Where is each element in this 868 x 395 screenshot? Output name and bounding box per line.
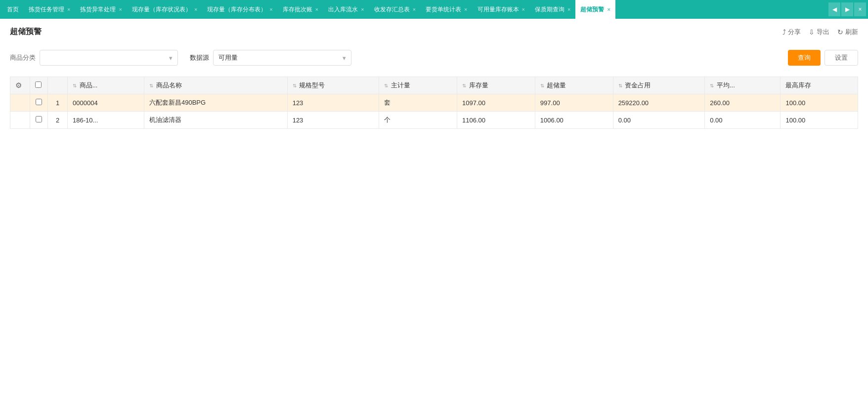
share-button[interactable]: ⤴ 分享 <box>782 28 801 37</box>
share-icon: ⤴ <box>782 28 786 36</box>
close-icon[interactable]: × <box>194 6 197 12</box>
th-settings: ⚙ <box>10 77 30 94</box>
row-overstock: 997.00 <box>535 94 613 112</box>
row-unit: 个 <box>379 112 457 129</box>
nav-close-button[interactable]: × <box>854 2 866 16</box>
sort-icon: ⇅ <box>462 83 466 88</box>
th-product-code[interactable]: ⇅ 商品... <box>68 77 144 94</box>
category-filter: 商品分类 ▾ <box>10 50 178 66</box>
tab-abnormal[interactable]: 拣货异常处理 × <box>75 0 127 19</box>
row-settings-cell <box>10 94 30 112</box>
th-avg[interactable]: ⇅ 平均... <box>705 77 781 94</box>
th-stock[interactable]: ⇅ 库存量 <box>457 77 535 94</box>
filter-actions: 查询 设置 <box>788 50 858 66</box>
row-product-code: 186-10... <box>68 112 144 129</box>
select-all-checkbox[interactable] <box>35 81 42 88</box>
row-checkbox[interactable] <box>36 116 42 122</box>
th-max-stock[interactable]: 最高库存 <box>781 77 858 94</box>
tab-inout-flow[interactable]: 出入库流水 × <box>323 0 369 19</box>
category-label: 商品分类 <box>10 53 36 62</box>
export-button[interactable]: ⇩ 导出 <box>809 28 829 37</box>
sort-icon: ⇅ <box>618 83 622 88</box>
sort-icon: ⇅ <box>73 83 77 88</box>
table-header-row: ⚙ ⇅ 商品... ⇅ 商品名称 ⇅ 规格型号 <box>10 77 858 94</box>
nav-left-button[interactable]: ◀ <box>828 2 840 16</box>
export-icon: ⇩ <box>809 28 815 36</box>
sort-icon: ⇅ <box>149 83 153 88</box>
table-row[interactable]: 1 0000004 六配套新昌490BPG 123 套 1097.00 997.… <box>10 94 858 112</box>
row-avg: 260.00 <box>705 94 781 112</box>
page-content: 超储预警 ⤴ 分享 ⇩ 导出 ↻ 刷新 商品分类 ▾ 数据源 <box>0 19 868 395</box>
row-product-name: 六配套新昌490BPG <box>144 94 288 112</box>
chevron-down-icon: ▾ <box>169 54 173 62</box>
row-max-stock: 100.00 <box>781 94 858 112</box>
close-icon[interactable]: × <box>567 6 570 12</box>
sort-icon: ⇅ <box>384 83 388 88</box>
th-capital[interactable]: ⇅ 资金占用 <box>613 77 705 94</box>
row-stock: 1106.00 <box>457 112 535 129</box>
row-checkbox-cell[interactable] <box>30 94 48 112</box>
tab-home[interactable]: 首页 <box>2 0 24 19</box>
th-overstock[interactable]: ⇅ 超储量 <box>535 77 613 94</box>
sort-icon: ⇅ <box>710 83 714 88</box>
close-icon[interactable]: × <box>522 6 525 12</box>
query-button[interactable]: 查询 <box>788 50 821 66</box>
datasource-label: 数据源 <box>190 53 209 62</box>
th-product-name[interactable]: ⇅ 商品名称 <box>144 77 288 94</box>
row-index: 2 <box>48 112 68 129</box>
tab-task-mgmt[interactable]: 拣货任务管理 × <box>24 0 75 19</box>
close-icon[interactable]: × <box>413 6 416 12</box>
close-icon[interactable]: × <box>464 6 467 12</box>
row-capital: 259220.00 <box>613 94 705 112</box>
top-nav: 首页 拣货任务管理 × 拣货异常处理 × 现存量（库存状况表） × 现存量（库存… <box>0 0 868 19</box>
tab-order-stats[interactable]: 要货单统计表 × <box>421 0 472 19</box>
close-icon[interactable]: × <box>607 6 610 12</box>
nav-right-button[interactable]: ▶ <box>841 2 853 16</box>
tab-batch[interactable]: 库存批次账 × <box>278 0 323 19</box>
tab-inventory-dist[interactable]: 现存量（库存分布表） × <box>202 0 277 19</box>
tab-inventory-status[interactable]: 现存量（库存状况表） × <box>127 0 202 19</box>
row-spec: 123 <box>287 94 379 112</box>
datasource-select[interactable]: 可用量 ▾ <box>213 50 351 66</box>
tab-collect-summary[interactable]: 收发存汇总表 × <box>369 0 421 19</box>
row-index: 1 <box>48 94 68 112</box>
row-max-stock: 100.00 <box>781 112 858 129</box>
row-checkbox[interactable] <box>36 99 42 105</box>
close-icon[interactable]: × <box>269 6 272 12</box>
close-icon[interactable]: × <box>315 6 318 12</box>
page-title: 超储预警 <box>10 27 42 37</box>
datasource-select-value: 可用量 <box>218 53 238 62</box>
row-spec: 123 <box>287 112 379 129</box>
th-spec[interactable]: ⇅ 规格型号 <box>287 77 379 94</box>
refresh-button[interactable]: ↻ 刷新 <box>837 28 858 37</box>
chevron-down-icon: ▾ <box>343 54 346 62</box>
settings-button[interactable]: 设置 <box>825 50 858 66</box>
th-checkbox <box>30 77 48 94</box>
close-icon[interactable]: × <box>67 6 70 12</box>
tab-quality-check[interactable]: 保质期查询 × <box>530 0 575 19</box>
nav-arrows: ◀ ▶ × <box>828 2 866 16</box>
row-product-code: 0000004 <box>68 94 144 112</box>
close-icon[interactable]: × <box>361 6 364 12</box>
tab-overstock-warning[interactable]: 超储预警 × <box>575 0 615 19</box>
th-index <box>48 77 68 94</box>
sort-icon: ⇅ <box>293 83 297 88</box>
sort-icon: ⇅ <box>540 83 544 88</box>
row-stock: 1097.00 <box>457 94 535 112</box>
datasource-filter: 数据源 可用量 ▾ <box>190 50 351 66</box>
row-product-name: 机油滤清器 <box>144 112 288 129</box>
close-icon[interactable]: × <box>119 6 122 12</box>
row-settings-cell <box>10 112 30 129</box>
filter-bar: 商品分类 ▾ 数据源 可用量 ▾ 查询 设置 <box>10 45 858 71</box>
row-overstock: 1006.00 <box>535 112 613 129</box>
row-unit: 套 <box>379 94 457 112</box>
row-capital: 0.00 <box>613 112 705 129</box>
table-row[interactable]: 2 186-10... 机油滤清器 123 个 1106.00 1006.00 … <box>10 112 858 129</box>
data-table: ⚙ ⇅ 商品... ⇅ 商品名称 ⇅ 规格型号 <box>10 77 858 129</box>
category-select[interactable]: ▾ <box>40 50 178 66</box>
th-unit[interactable]: ⇅ 主计量 <box>379 77 457 94</box>
page-header: 超储预警 ⤴ 分享 ⇩ 导出 ↻ 刷新 <box>10 27 858 37</box>
tab-available-ledger[interactable]: 可用量库存账本 × <box>473 0 530 19</box>
row-checkbox-cell[interactable] <box>30 112 48 129</box>
gear-icon[interactable]: ⚙ <box>15 81 22 89</box>
